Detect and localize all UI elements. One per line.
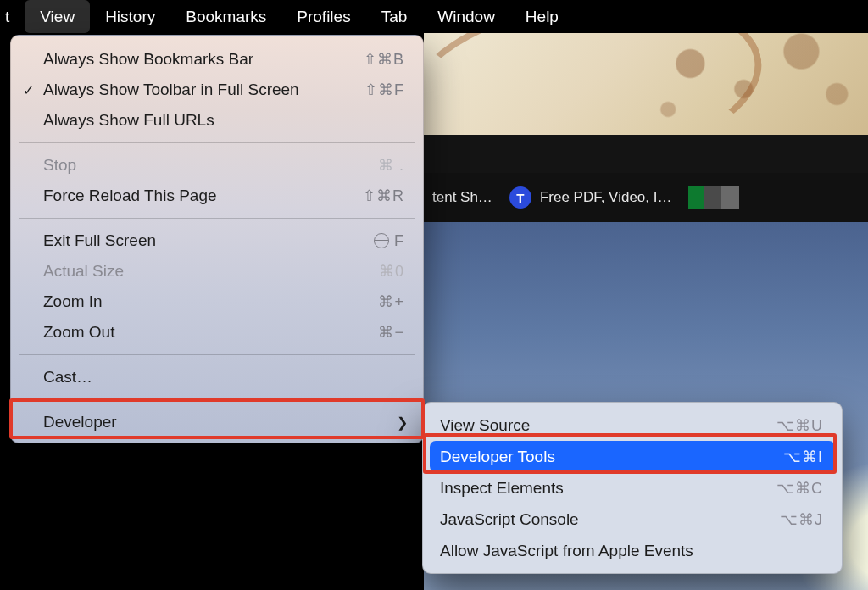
menubar-item-help[interactable]: Help [510,0,574,33]
developer-submenu: View Source ⌥⌘U Developer Tools ⌥⌘I Insp… [422,402,843,574]
menu-item-label: Cast… [43,368,404,387]
menu-item-label: Force Reload This Page [43,186,363,205]
menubar-label: Profiles [297,8,350,26]
menu-item-zoom-in[interactable]: Zoom In ⌘+ [11,287,423,317]
menu-item-force-reload[interactable]: Force Reload This Page ⇧⌘R [11,181,423,211]
menu-item-shortcut: F [374,232,404,250]
submenu-item-view-source[interactable]: View Source ⌥⌘U [423,409,842,441]
menu-item-shortcut: ⌘+ [378,292,404,311]
submenu-item-allow-js-apple-events[interactable]: Allow JavaScript from Apple Events [423,535,842,566]
menu-separator [19,142,415,143]
menu-item-label: Developer Tools [440,448,783,466]
menubar-label: History [105,8,155,26]
menu-item-shortcut: ⌘0 [379,262,404,281]
bookmark-favicon-icon [688,186,739,209]
menu-item-developer[interactable]: Developer ❯ [11,407,423,437]
menu-item-label: Zoom Out [43,323,378,342]
menu-item-label: JavaScript Console [440,510,780,529]
menu-item-shortcut: ⌥⌘I [783,448,823,466]
menu-item-label: Always Show Full URLs [43,111,404,130]
menubar-label: t [5,8,9,26]
menu-item-exit-full-screen[interactable]: Exit Full Screen F [11,225,423,256]
menu-item-shortcut: ⌘− [378,323,404,342]
background-strip [424,135,868,173]
bookmark-label: tent Sh… [432,189,492,206]
menu-item-shortcut: ⌥⌘J [780,510,823,529]
menubar-label: View [40,8,75,26]
menubar-item-history[interactable]: History [90,0,170,33]
menu-separator [19,354,415,355]
menu-item-stop: Stop ⌘ . [11,150,423,181]
submenu-item-javascript-console[interactable]: JavaScript Console ⌥⌘J [423,504,842,535]
menubar-item-window[interactable]: Window [422,0,510,33]
menubar-label: Help [526,8,559,26]
menubar-label: Bookmarks [186,8,266,26]
menu-item-label: Always Show Toolbar in Full Screen [43,81,364,99]
menu-item-label: Exit Full Screen [43,231,374,250]
background-photo [424,33,868,135]
view-menu-dropdown: Always Show Bookmarks Bar ⇧⌘B ✓ Always S… [10,35,424,443]
menu-item-cast[interactable]: Cast… [11,362,423,392]
menu-item-shortcut: ⇧⌘B [364,50,404,69]
bookmark-favicon-icon: T [509,186,531,209]
menu-item-always-show-full-urls[interactable]: Always Show Full URLs [11,105,423,136]
menubar-label: Tab [381,8,408,26]
menubar-label: Window [437,8,495,26]
menu-item-zoom-out[interactable]: Zoom Out ⌘− [11,317,423,348]
menu-item-always-show-bookmarks-bar[interactable]: Always Show Bookmarks Bar ⇧⌘B [11,44,423,75]
menubar-item-tab[interactable]: Tab [366,0,423,33]
menu-item-label: Inspect Elements [440,479,776,498]
menu-item-label: Always Show Bookmarks Bar [43,50,364,69]
menubar-item-truncated[interactable]: t [0,0,25,33]
menu-item-shortcut: ⇧⌘R [363,186,404,205]
bookmark-item[interactable]: T Free PDF, Video, I… [509,186,672,209]
menu-item-actual-size: Actual Size ⌘0 [11,256,423,287]
menu-item-label: Actual Size [43,262,379,281]
menu-item-label: Zoom In [43,292,378,311]
menu-item-shortcut: ⌥⌘U [776,416,823,435]
menu-item-label: View Source [440,416,776,435]
menu-item-shortcut: ⇧⌘F [364,81,404,99]
menu-item-shortcut: ⌘ . [378,156,404,175]
submenu-item-developer-tools[interactable]: Developer Tools ⌥⌘I [430,441,835,472]
submenu-item-inspect-elements[interactable]: Inspect Elements ⌥⌘C [423,472,842,504]
menubar: t View History Bookmarks Profiles Tab Wi… [0,0,868,33]
menu-item-label: Stop [43,156,378,175]
bookmark-label: Free PDF, Video, I… [540,189,672,206]
bookmark-bar: tent Sh… T Free PDF, Video, I… [424,173,868,222]
menubar-item-profiles[interactable]: Profiles [281,0,365,33]
menu-item-always-show-toolbar-full-screen[interactable]: ✓ Always Show Toolbar in Full Screen ⇧⌘F [11,75,423,105]
chevron-right-icon: ❯ [397,415,408,431]
menu-item-shortcut: ⌥⌘C [776,479,823,498]
menu-item-label: Developer [43,413,404,431]
checkmark-icon: ✓ [23,82,34,98]
bookmark-item[interactable] [688,186,739,209]
menubar-item-bookmarks[interactable]: Bookmarks [170,0,281,33]
menu-separator [19,218,415,219]
menu-separator [19,399,415,400]
bookmark-item[interactable]: tent Sh… [432,189,492,206]
menu-item-label: Allow JavaScript from Apple Events [440,542,823,560]
menubar-item-view[interactable]: View [25,0,90,33]
